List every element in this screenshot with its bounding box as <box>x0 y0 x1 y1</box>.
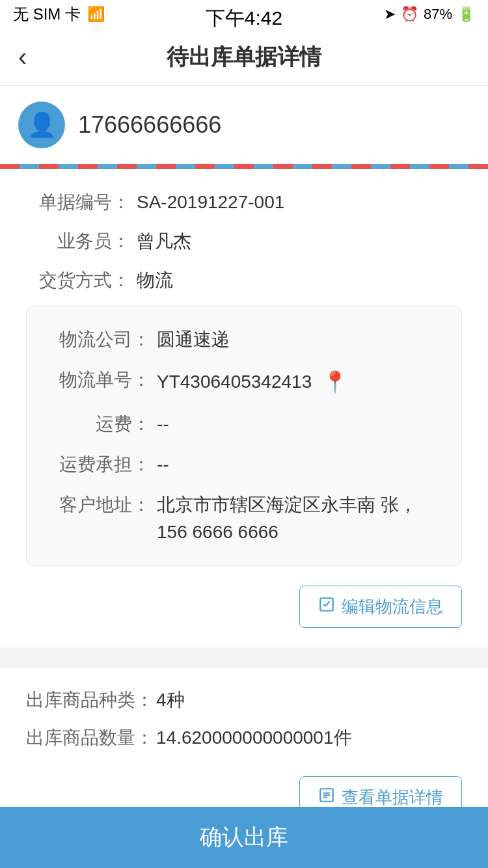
salesman-value: 曾凡杰 <box>130 228 462 255</box>
freight-bearer-value: -- <box>150 451 442 478</box>
product-quantity-row: 出库商品数量： 14.620000000000001件 <box>26 726 462 750</box>
view-detail-icon <box>318 787 335 808</box>
wifi-icon: 📶 <box>87 6 105 23</box>
status-right: ➤ ⏰ 87% 🔋 <box>384 6 475 23</box>
order-number-value: SA-20191227-001 <box>130 189 462 216</box>
freight-label: 运费： <box>46 411 150 438</box>
user-section: 👤 17666666666 <box>0 86 488 164</box>
logistics-card: 物流公司： 圆通速递 物流单号： YT4306405342413 📍 运费： -… <box>26 306 462 566</box>
section-divider <box>0 658 488 668</box>
address-label: 客户地址： <box>46 491 150 519</box>
freight-row: 运费： -- <box>46 411 442 438</box>
status-time: 下午4:42 <box>206 5 282 32</box>
edit-button-label: 编辑物流信息 <box>342 595 443 618</box>
carrier-text: 无 SIM 卡 <box>13 4 81 25</box>
dashed-divider <box>0 164 488 169</box>
product-type-row: 出库商品种类： 4种 <box>26 688 462 712</box>
logistics-company-label: 物流公司： <box>46 326 150 353</box>
tracking-location-icon[interactable]: 📍 <box>322 366 348 398</box>
confirm-button[interactable]: 确认出库 <box>200 822 288 852</box>
delivery-method-label: 交货方式： <box>26 267 130 294</box>
battery-text: 87% <box>424 6 452 23</box>
logistics-tracking-label: 物流单号： <box>46 366 150 394</box>
edit-icon <box>318 596 335 617</box>
avatar-icon: 👤 <box>27 111 57 139</box>
tracking-number-text: YT4306405342413 <box>157 368 312 396</box>
nav-title: 待出库单据详情 <box>167 42 321 72</box>
address-value: 北京市市辖区海淀区永丰南 张，156 6666 6666 <box>150 491 442 546</box>
alarm-icon: ⏰ <box>401 6 418 23</box>
logistics-company-value: 圆通速递 <box>150 326 442 353</box>
status-bar: 无 SIM 卡 📶 下午4:42 ➤ ⏰ 87% 🔋 <box>0 0 488 29</box>
battery-icon: 🔋 <box>457 6 475 23</box>
freight-bearer-label: 运费承担： <box>46 451 150 478</box>
nav-bar: ‹ 待出库单据详情 <box>0 29 488 86</box>
back-button[interactable]: ‹ <box>18 42 27 72</box>
status-left: 无 SIM 卡 📶 <box>13 4 105 25</box>
logistics-tracking-row: 物流单号： YT4306405342413 📍 <box>46 366 442 398</box>
edit-btn-row: 编辑物流信息 <box>26 579 462 628</box>
user-phone: 17666666666 <box>78 111 221 139</box>
delivery-method-row: 交货方式： 物流 <box>26 267 462 294</box>
confirm-btn-container: 确认出库 <box>0 807 488 868</box>
order-number-row: 单据编号： SA-20191227-001 <box>26 189 462 216</box>
address-row: 客户地址： 北京市市辖区海淀区永丰南 张，156 6666 6666 <box>46 491 442 546</box>
basic-info-section: 单据编号： SA-20191227-001 业务员： 曾凡杰 交货方式： 物流 … <box>0 169 488 647</box>
edit-logistics-button[interactable]: 编辑物流信息 <box>299 586 462 628</box>
product-type-label: 出库商品种类： <box>26 688 156 712</box>
salesman-label: 业务员： <box>26 228 130 255</box>
product-quantity-label: 出库商品数量： <box>26 726 156 750</box>
avatar: 👤 <box>18 102 65 148</box>
view-detail-label: 查看单据详情 <box>342 786 443 809</box>
product-quantity-value: 14.620000000000001件 <box>156 726 352 750</box>
freight-bearer-row: 运费承担： -- <box>46 451 442 478</box>
location-icon: ➤ <box>384 6 396 23</box>
order-number-label: 单据编号： <box>26 189 130 216</box>
product-type-value: 4种 <box>156 688 185 712</box>
freight-value: -- <box>150 411 442 438</box>
address-text: 北京市市辖区海淀区永丰南 张，156 6666 6666 <box>157 491 442 546</box>
delivery-method-value: 物流 <box>130 267 462 294</box>
salesman-row: 业务员： 曾凡杰 <box>26 228 462 255</box>
logistics-tracking-value: YT4306405342413 📍 <box>150 366 442 398</box>
logistics-company-row: 物流公司： 圆通速递 <box>46 326 442 353</box>
